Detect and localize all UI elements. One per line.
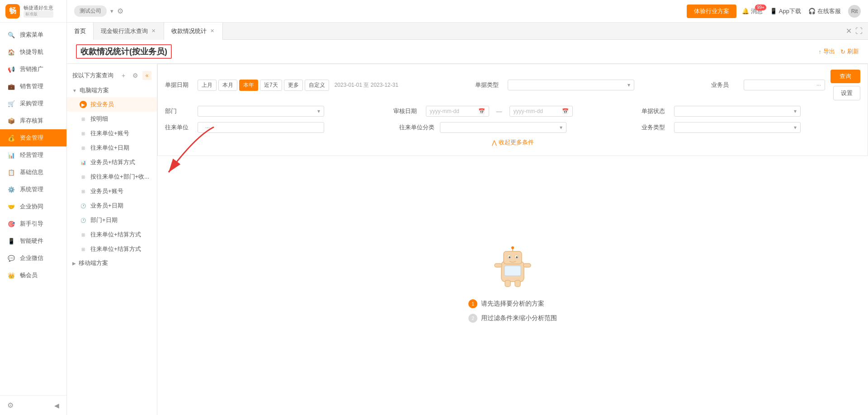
- refresh-button[interactable]: ↻ 刷新: [840, 47, 859, 56]
- svg-point-4: [509, 256, 510, 258]
- filter-settings-button[interactable]: 设置: [833, 86, 860, 100]
- biz-type-select[interactable]: ▾: [674, 122, 801, 133]
- salesperson-chevron-icon: ···: [816, 82, 821, 88]
- filter-right-actions: 查询 设置: [830, 70, 860, 100]
- doc-status-select[interactable]: ▾: [674, 106, 801, 117]
- sidebar-item-guide[interactable]: 🎯 新手引导: [0, 215, 66, 232]
- scheme-group-arrow-icon: ▼: [72, 88, 77, 93]
- scheme-item-grid-icon: ⊞: [80, 231, 87, 238]
- sidebar-item-member[interactable]: 👑 畅会员: [0, 267, 66, 284]
- sidebar-item-search-menu[interactable]: 🔍 搜索菜单: [0, 26, 66, 43]
- sidebar-item-system[interactable]: ⚙️ 系统管理: [0, 181, 66, 198]
- sidebar-item-hardware[interactable]: 📱 智能硬件: [0, 232, 66, 250]
- sidebar-item-inventory[interactable]: 📦 库存核算: [0, 112, 66, 129]
- scheme-collapse-button[interactable]: «: [142, 71, 151, 80]
- scheme-group-mobile-header[interactable]: ▶ 移动端方案: [67, 256, 157, 270]
- sidebar-item-wechat[interactable]: 💬 企业微信: [0, 250, 66, 267]
- collapse-filter-label: 收起更多条件: [499, 138, 534, 146]
- scheme-item-salesperson-account[interactable]: ⊞ 业务员+账号: [67, 184, 157, 198]
- date-btn-last-month[interactable]: 上月: [198, 80, 217, 91]
- review-date-end[interactable]: yyyy-mm-dd 📅: [509, 106, 573, 117]
- date-btn-more[interactable]: 更多: [284, 80, 303, 91]
- date-label: 单据日期: [165, 81, 192, 89]
- scheme-item-dept-date[interactable]: 🕐 部门+日期: [67, 213, 157, 227]
- sidebar-item-finance[interactable]: 💰 资金管理: [0, 129, 66, 146]
- messages-button[interactable]: 🔔 消息 99+: [742, 7, 763, 15]
- scheme-settings-button[interactable]: ⚙: [131, 71, 140, 80]
- dept-chevron-icon: ▾: [317, 108, 320, 114]
- review-date-start[interactable]: yyyy-mm-dd 📅: [426, 106, 489, 117]
- topbar-user[interactable]: 测试公司: [74, 5, 107, 17]
- sidebar-item-purchase[interactable]: 🛒 采购管理: [0, 95, 66, 112]
- tab-bank-flow[interactable]: 现金银行流水查询 ✕: [94, 23, 164, 40]
- scheme-item-label: 按往来单位+部门+收...: [90, 173, 149, 181]
- date-btn-7days[interactable]: 近7天: [260, 80, 282, 91]
- topbar-right: 🔔 消息 99+ 📱 App下载 🎧 在线客服 Rit: [742, 5, 861, 18]
- scheme-item-unit-account[interactable]: ⊞ 往来单位+账号: [67, 126, 157, 141]
- scheme-item-unit-date[interactable]: ⊞ 往来单位+日期: [67, 141, 157, 155]
- scheme-item-by-detail[interactable]: ⊞ 按明细: [67, 112, 157, 126]
- tab-bank-flow-label: 现金银行流水查询: [101, 27, 148, 35]
- counterpart-select[interactable]: ···: [198, 122, 324, 133]
- date-separator: —: [495, 108, 504, 115]
- sidebar-item-sales[interactable]: 💼 销售管理: [0, 78, 66, 95]
- date-btn-this-month[interactable]: 本月: [218, 80, 237, 91]
- search-button[interactable]: 查询: [830, 70, 860, 83]
- app-download-button[interactable]: 📱 App下载: [770, 7, 801, 15]
- sidebar-item-operations[interactable]: 📊 经营管理: [0, 146, 66, 164]
- scheme-group-mobile-arrow-icon: ▶: [72, 261, 76, 266]
- tab-receipt-stats[interactable]: 收款情况统计 ✕: [164, 23, 223, 40]
- sidebar-item-basic[interactable]: 📋 基础信息: [0, 164, 66, 181]
- calendar-icon: 📅: [478, 108, 485, 114]
- topbar-left: 测试公司 ▾ ⚙: [74, 5, 681, 17]
- tab-maximize-icon[interactable]: ⛶: [855, 27, 863, 35]
- home-icon: 🏠: [7, 48, 15, 56]
- scheme-item-by-salesperson[interactable]: ▶ 按业务员: [67, 97, 157, 112]
- trial-button[interactable]: 体验行业方案: [687, 5, 736, 18]
- tab-receipt-stats-close[interactable]: ✕: [209, 27, 215, 35]
- empty-steps: 1 请先选择要分析的方案 2 用过滤条件来缩小分析范围: [468, 299, 557, 328]
- svg-point-5: [516, 256, 518, 258]
- sidebar-item-marketing[interactable]: 📢 营销推广: [0, 61, 66, 78]
- online-service-button[interactable]: 🎧 在线客服: [808, 7, 841, 15]
- sidebar-item-label: 新手引导: [20, 220, 43, 228]
- counterpart-classify-select[interactable]: ▾: [440, 122, 566, 133]
- scheme-item-unit-settlement1[interactable]: ⊞ 往来单位+结算方式: [67, 227, 157, 242]
- export-button[interactable]: ↑ 导出: [819, 47, 835, 56]
- marketing-icon: 📢: [7, 65, 15, 73]
- user-avatar[interactable]: Rit: [848, 5, 861, 18]
- topbar-gear-icon[interactable]: ⚙: [117, 7, 123, 15]
- sidebar-settings-icon[interactable]: ⚙: [7, 401, 14, 410]
- scheme-item-unit-dept[interactable]: ⊞ 按往来单位+部门+收...: [67, 170, 157, 184]
- scheme-item-salesperson-settlement[interactable]: 📊 业务员+结算方式: [67, 155, 157, 170]
- page-title: 收款情况统计(按业务员): [76, 44, 172, 59]
- tab-close-all-icon[interactable]: ✕: [846, 27, 852, 35]
- operations-icon: 📊: [7, 151, 15, 159]
- scheme-item-label: 往来单位+结算方式: [90, 245, 141, 253]
- date-btn-custom[interactable]: 自定义: [305, 80, 329, 91]
- salesperson-label: 业务员: [711, 81, 738, 89]
- salesperson-select[interactable]: ···: [744, 80, 825, 90]
- scheme-item-salesperson-date[interactable]: 🕐 业务员+日期: [67, 198, 157, 213]
- collapse-filter-button[interactable]: ⋀ 收起更多条件: [165, 138, 860, 146]
- doc-type-select[interactable]: ▾: [508, 80, 634, 90]
- scheme-item-label: 按业务员: [90, 100, 114, 108]
- bell-icon: 🔔: [742, 8, 749, 14]
- tab-home[interactable]: 首页: [67, 23, 94, 40]
- scheme-group-desktop-header[interactable]: ▼ 电脑端方案: [67, 84, 157, 97]
- sidebar-item-quick-nav[interactable]: 🏠 快捷导航: [0, 43, 66, 61]
- doc-status-label: 单据状态: [642, 107, 669, 115]
- scheme-add-button[interactable]: +: [119, 71, 128, 80]
- scheme-item-clock-icon: 🕐: [80, 202, 87, 209]
- app-download-label: App下载: [779, 7, 801, 15]
- logo-name: 畅捷通好生意: [24, 5, 53, 11]
- content-area: 按以下方案查询 + ⚙ « ▼ 电脑端方案 ▶ 按业务员 ⊞: [67, 64, 868, 415]
- topbar-dropdown-icon[interactable]: ▾: [110, 8, 113, 14]
- date-btn-this-year[interactable]: 本年: [239, 80, 258, 91]
- scheme-item-unit-settlement2[interactable]: ⊞ 往来单位+结算方式: [67, 242, 157, 256]
- tab-bank-flow-close[interactable]: ✕: [151, 27, 156, 35]
- sidebar-collapse-icon[interactable]: ◀: [54, 402, 59, 409]
- topbar: 测试公司 ▾ ⚙ 体验行业方案 🔔 消息 99+ 📱 App下载 🎧 在线客服 …: [67, 0, 868, 23]
- dept-select[interactable]: ▾: [198, 106, 324, 117]
- sidebar-item-enterprise[interactable]: 🤝 企业协同: [0, 198, 66, 215]
